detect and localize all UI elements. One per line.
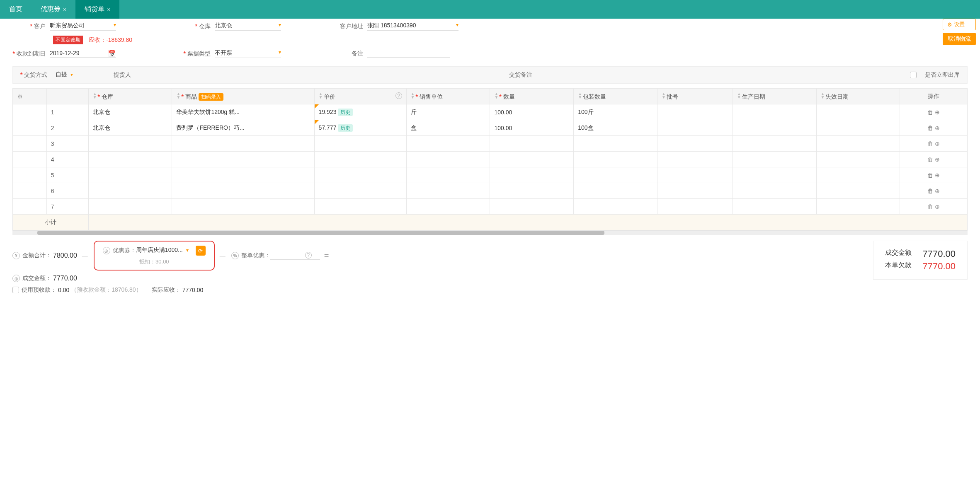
cell-product[interactable]: 华美华夫软饼1200g 糕... [172,104,314,120]
customer-select[interactable]: 昕东贸易公司▾ [50,22,116,31]
cell-price[interactable] [314,199,406,215]
picker-input[interactable] [139,71,500,79]
cell-exp[interactable] [816,152,900,167]
delete-icon[interactable]: 🗑 [927,156,933,163]
cell-exp[interactable] [816,120,900,136]
cell-mfg[interactable] [733,167,816,183]
cell-mfg[interactable] [733,183,816,199]
order-discount-input[interactable]: ? [270,251,320,260]
help-icon[interactable]: ? [395,92,402,99]
cell-price[interactable]: 57.777历史 [314,120,406,136]
cell-packqty[interactable] [574,183,657,199]
cell-packqty[interactable]: 100盒 [574,120,657,136]
add-icon[interactable]: ⊕ [935,140,940,147]
cell-exp[interactable] [816,104,900,120]
cell-batch[interactable] [657,120,733,136]
delete-icon[interactable]: 🗑 [927,125,933,131]
add-icon[interactable]: ⊕ [935,172,940,179]
cell-warehouse[interactable] [88,167,172,183]
mfg-col[interactable]: ▲▼生产日期 [733,89,816,104]
horizontal-scrollbar[interactable] [12,231,968,235]
refresh-icon[interactable]: ⟳ [196,246,206,256]
cell-mfg[interactable] [733,152,816,167]
cell-qty[interactable]: 100.00 [490,120,574,136]
cell-batch[interactable] [657,199,733,215]
scroll-thumb[interactable] [37,231,604,235]
address-select[interactable]: 张阳 18513400390▾ [367,22,458,31]
history-button[interactable]: 历史 [338,124,353,132]
tab-coupon[interactable]: 优惠券× [32,0,75,19]
delete-icon[interactable]: 🗑 [927,109,933,116]
remark-input[interactable] [367,50,450,58]
cell-unit[interactable] [406,167,490,183]
cell-product[interactable] [172,167,314,183]
cell-warehouse[interactable] [88,152,172,167]
cell-unit[interactable] [406,136,490,152]
scan-button[interactable]: 扫码录入 [199,93,223,101]
close-icon[interactable]: × [63,6,66,13]
warehouse-select[interactable]: 北京仓▾ [215,22,281,31]
cell-qty[interactable] [490,199,574,215]
settings-button[interactable]: ⚙ 设置 [943,19,976,30]
cell-price[interactable] [314,183,406,199]
cell-warehouse[interactable] [88,136,172,152]
cell-exp[interactable] [816,167,900,183]
delete-icon[interactable]: 🗑 [927,188,933,194]
cell-qty[interactable] [490,136,574,152]
cell-product[interactable]: 费列罗（FERRERO）巧... [172,120,314,136]
delivery-method-select[interactable]: 自提 ▾ [56,71,105,79]
paydate-input[interactable]: 2019-12-29📅 [50,50,116,58]
add-icon[interactable]: ⊕ [935,203,940,210]
table-row[interactable]: 7🗑⊕ [13,199,967,215]
add-icon[interactable]: ⊕ [935,188,940,194]
price-col[interactable]: ▲▼单价? [314,89,406,104]
exp-col[interactable]: ▲▼失效日期 [816,89,900,104]
cell-price[interactable]: 19.923历史 [314,104,406,120]
cell-unit[interactable] [406,152,490,167]
batch-col[interactable]: ▲▼批号 [657,89,733,104]
cell-warehouse[interactable]: 北京仓 [88,120,172,136]
cell-warehouse[interactable] [88,199,172,215]
cell-product[interactable] [172,199,314,215]
table-row[interactable]: 4🗑⊕ [13,152,967,167]
cell-exp[interactable] [816,183,900,199]
cell-qty[interactable]: 100.00 [490,104,574,120]
cell-unit[interactable] [406,183,490,199]
cell-qty[interactable] [490,183,574,199]
cell-packqty[interactable] [574,136,657,152]
use-prepay-checkbox[interactable] [12,287,19,293]
cell-product[interactable] [172,136,314,152]
cell-price[interactable] [314,136,406,152]
product-col[interactable]: ▲▼*商品扫码录入 [172,89,314,104]
cell-mfg[interactable] [733,120,816,136]
close-icon[interactable]: × [107,6,110,13]
delete-icon[interactable]: 🗑 [927,140,933,147]
cell-packqty[interactable] [574,167,657,183]
tab-home[interactable]: 首页 [0,0,32,19]
cell-warehouse[interactable] [88,183,172,199]
coupon-select[interactable]: 周年店庆满1000... ▾ [136,246,194,255]
add-icon[interactable]: ⊕ [935,109,940,116]
table-row[interactable]: 1北京仓华美华夫软饼1200g 糕...19.923历史斤100.00100斤🗑… [13,104,967,120]
add-icon[interactable]: ⊕ [935,125,940,131]
cell-qty[interactable] [490,152,574,167]
cell-price[interactable] [314,152,406,167]
warehouse-col[interactable]: ▲▼*仓库 [88,89,172,104]
cell-qty[interactable] [490,167,574,183]
table-row[interactable]: 3🗑⊕ [13,136,967,152]
cell-batch[interactable] [657,183,733,199]
cell-exp[interactable] [816,199,900,215]
cancel-logistics-button[interactable]: 取消物流 [943,33,976,45]
packqty-col[interactable]: ▲▼包装数量 [574,89,657,104]
unit-col[interactable]: ▲▼*销售单位 [406,89,490,104]
help-icon[interactable]: ? [305,252,312,258]
tab-sales-order[interactable]: 销货单× [75,0,119,19]
cell-packqty[interactable]: 100斤 [574,104,657,120]
cell-unit[interactable]: 斤 [406,104,490,120]
cell-unit[interactable] [406,199,490,215]
cell-mfg[interactable] [733,136,816,152]
cell-product[interactable] [172,183,314,199]
cell-price[interactable] [314,167,406,183]
delete-icon[interactable]: 🗑 [927,172,933,179]
history-button[interactable]: 历史 [338,109,353,116]
